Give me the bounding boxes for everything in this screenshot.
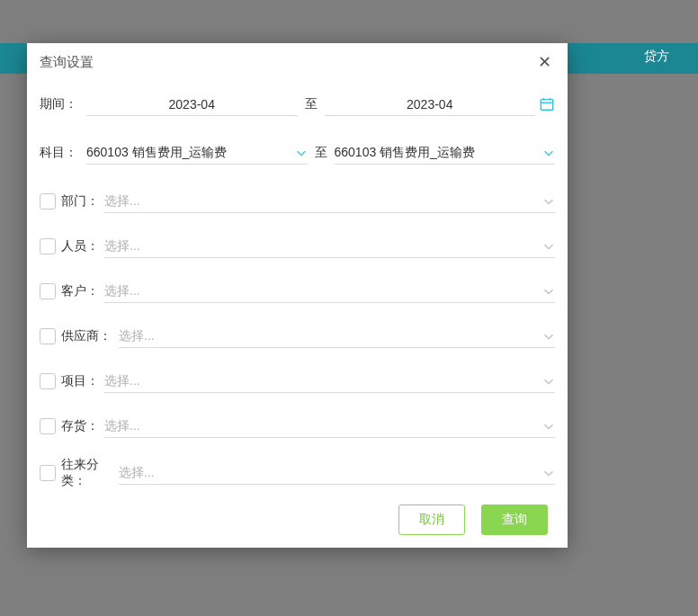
svg-rect-0 (541, 100, 553, 111)
chevron-down-icon (542, 240, 555, 253)
period-row: 期间： 2023-04 至 2023-04 (40, 90, 555, 119)
close-button[interactable]: ✕ (534, 49, 555, 76)
period-from-input[interactable]: 2023-04 (86, 93, 298, 116)
checkbox-supplier[interactable] (40, 328, 56, 344)
checkbox-project[interactable] (40, 373, 56, 389)
filter-label-project: 项目： (61, 373, 104, 389)
filter-row-project: 项目：选择... (40, 367, 555, 396)
close-icon: ✕ (538, 53, 551, 71)
filter-row-ar-cat: 往来分类：选择... (40, 457, 555, 489)
filter-label-supplier: 供应商： (61, 328, 119, 344)
checkbox-ar-cat[interactable] (40, 465, 56, 481)
account-to-label: 至 (308, 145, 335, 161)
query-settings-dialog: 查询设置 ✕ 期间： 2023-04 至 2023-04 科目： 660103 … (27, 43, 568, 548)
filter-label-person: 人员： (61, 238, 104, 254)
query-button[interactable]: 查询 (481, 504, 548, 535)
creditor-column-label: 贷方 (644, 49, 669, 65)
period-to-input[interactable]: 2023-04 (325, 93, 536, 116)
account-label: 科目： (40, 145, 86, 161)
dialog-header: 查询设置 ✕ (27, 43, 568, 81)
dialog-body: 期间： 2023-04 至 2023-04 科目： 660103 销售费用_运输… (27, 81, 568, 492)
filter-label-dept: 部门： (61, 193, 104, 210)
filter-label-stock: 存货： (61, 418, 104, 434)
chevron-down-icon (542, 330, 555, 343)
dialog-title: 查询设置 (40, 54, 534, 71)
checkbox-person[interactable] (40, 238, 56, 254)
period-label: 期间： (40, 96, 86, 112)
filter-row-customer: 客户：选择... (40, 277, 555, 306)
period-to-label: 至 (298, 96, 325, 112)
filter-row-supplier: 供应商：选择... (40, 322, 555, 351)
filter-select-customer[interactable]: 选择... (104, 280, 555, 303)
checkbox-stock[interactable] (40, 418, 56, 434)
chevron-down-icon (542, 195, 555, 208)
calendar-icon[interactable] (535, 96, 555, 112)
filter-label-ar-cat: 往来分类： (61, 457, 119, 489)
checkbox-customer[interactable] (40, 283, 56, 299)
filter-row-stock: 存货：选择... (40, 412, 555, 441)
filter-select-person[interactable]: 选择... (104, 235, 555, 258)
account-from-select[interactable]: 660103 销售费用_运输费 (86, 141, 308, 165)
cancel-button[interactable]: 取消 (398, 504, 465, 535)
filter-select-ar-cat[interactable]: 选择... (119, 461, 555, 485)
chevron-down-icon (542, 147, 555, 159)
filter-row-person: 人员：选择... (40, 232, 555, 261)
filter-select-supplier[interactable]: 选择... (119, 325, 555, 348)
chevron-down-icon (542, 467, 555, 479)
chevron-down-icon (542, 285, 555, 298)
checkbox-dept[interactable] (40, 193, 56, 210)
dialog-footer: 取消 查询 (27, 492, 568, 548)
filter-select-stock[interactable]: 选择... (104, 415, 555, 438)
filter-select-project[interactable]: 选择... (104, 370, 555, 393)
filter-label-customer: 客户： (61, 283, 104, 299)
filter-row-dept: 部门：选择... (40, 187, 555, 216)
filter-select-dept[interactable]: 选择... (104, 190, 555, 213)
account-to-select[interactable]: 660103 销售费用_运输费 (335, 141, 556, 165)
account-row: 科目： 660103 销售费用_运输费 至 660103 销售费用_运输费 (40, 138, 555, 167)
chevron-down-icon (295, 147, 308, 159)
chevron-down-icon (542, 420, 555, 433)
chevron-down-icon (542, 375, 555, 388)
